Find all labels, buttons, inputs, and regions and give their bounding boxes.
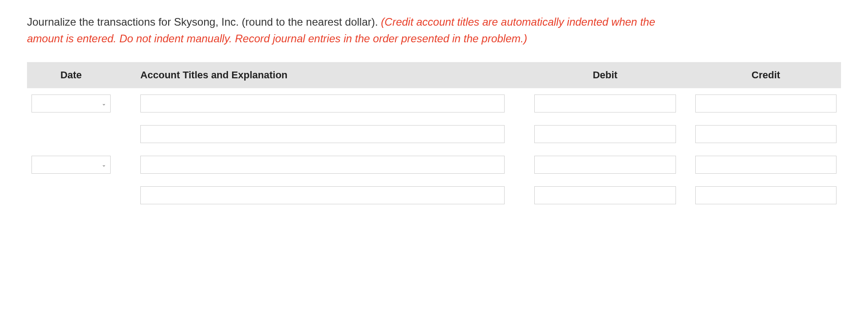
page-root: Journalize the transactions for Skysong,… <box>0 0 868 229</box>
account-input[interactable] <box>140 94 505 112</box>
date-select-wrap: ⌄ <box>31 94 111 112</box>
header-credit: Credit <box>691 62 841 88</box>
date-select-wrap: ⌄ <box>31 156 111 174</box>
credit-input[interactable] <box>695 94 837 112</box>
journal-table-body: ⌄ <box>27 88 841 211</box>
account-input[interactable] <box>140 186 505 204</box>
header-gap <box>680 62 691 88</box>
header-gap <box>115 62 136 88</box>
header-debit: Debit <box>530 62 680 88</box>
table-row <box>27 180 841 211</box>
debit-input[interactable] <box>534 125 676 143</box>
header-date: Date <box>27 62 115 88</box>
debit-input[interactable] <box>534 186 676 204</box>
header-account: Account Titles and Explanation <box>136 62 509 88</box>
credit-input[interactable] <box>695 186 837 204</box>
credit-input[interactable] <box>695 156 837 174</box>
credit-input[interactable] <box>695 125 837 143</box>
account-input[interactable] <box>140 156 505 174</box>
date-select[interactable] <box>31 94 111 112</box>
journal-table: Date Account Titles and Explanation Debi… <box>27 62 841 211</box>
table-row: ⌄ <box>27 149 841 180</box>
account-input[interactable] <box>140 125 505 143</box>
instructions-plain: Journalize the transactions for Skysong,… <box>27 16 381 28</box>
debit-input[interactable] <box>534 156 676 174</box>
date-select[interactable] <box>31 156 111 174</box>
debit-input[interactable] <box>534 94 676 112</box>
journal-table-wrap: Date Account Titles and Explanation Debi… <box>27 62 841 211</box>
table-row <box>27 119 841 149</box>
header-gap <box>509 62 530 88</box>
instructions-block: Journalize the transactions for Skysong,… <box>27 14 693 47</box>
journal-table-head: Date Account Titles and Explanation Debi… <box>27 62 841 88</box>
table-row: ⌄ <box>27 88 841 119</box>
